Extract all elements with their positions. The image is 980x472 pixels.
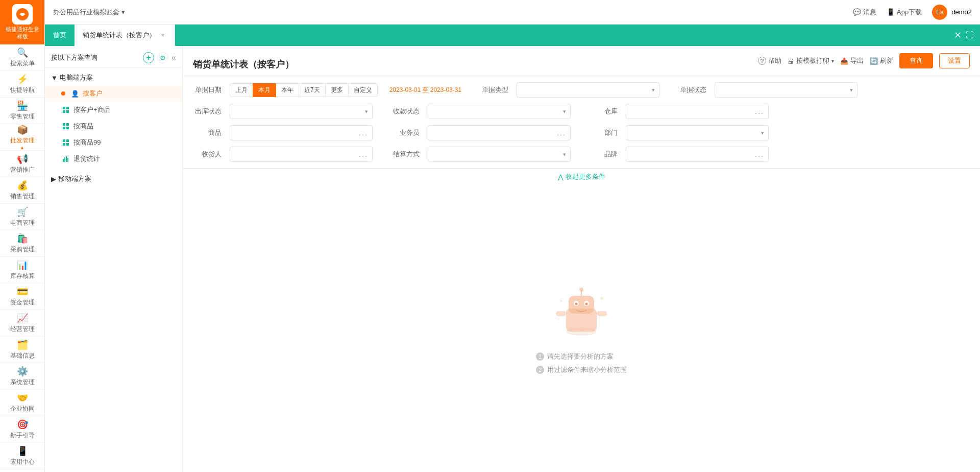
sidebar-item-label: 搜索菜单	[10, 59, 35, 68]
staff-input[interactable]: ...	[428, 125, 571, 140]
filter-row-1: 单据日期 上月 本月 本年 近7天 更多 自定义 2023-03-01 至 20…	[193, 82, 970, 98]
scheme-item-by-product[interactable]: 按商品	[45, 118, 182, 134]
sidebar-item-newbie[interactable]: 🎯 新手引导	[0, 416, 44, 443]
sidebar-item-system[interactable]: ⚙️ 系统管理	[0, 363, 44, 390]
user-area[interactable]: Ea demo2	[932, 5, 972, 20]
wholesale-icon: 📦	[17, 124, 28, 135]
sidebar-item-label: 应用中心	[10, 458, 35, 466]
date-label: 单据日期	[193, 85, 222, 95]
sidebar-item-search[interactable]: 🔍 搜索菜单	[0, 44, 44, 71]
sidebar-item-quicknav[interactable]: ⚡ 快捷导航	[0, 71, 44, 98]
sidebar-item-label: 系统管理	[10, 378, 35, 387]
receiver-label: 收货人	[193, 150, 222, 159]
sidebar-item-label: 新手引导	[10, 431, 35, 440]
add-scheme-btn[interactable]: +	[143, 52, 154, 63]
tab-close-btn[interactable]: ×	[159, 31, 167, 39]
sidebar-item-label: 采购管理	[10, 245, 35, 254]
customer-product-icon	[61, 105, 70, 114]
tabs-bar: 首页 销货单统计表（按客户） × ✕ ⛶	[45, 25, 980, 46]
brand-label: 品牌	[589, 150, 618, 159]
empty-illustration	[551, 280, 612, 342]
refresh-btn[interactable]: 🔄 刷新	[870, 56, 893, 65]
message-btn[interactable]: 💬 消息	[853, 8, 876, 17]
last7-btn[interactable]: 近7天	[299, 83, 326, 97]
sidebar-item-enterprise[interactable]: 🤝 企业协同	[0, 390, 44, 416]
app-title-dropdown[interactable]: 办公用品行业模拟账套 ▾	[53, 8, 125, 17]
collapse-up-icon: ⋀	[558, 173, 564, 181]
logo-text: 畅捷通好生意 标版	[6, 26, 39, 40]
scheme-item-by-customer[interactable]: 👤 按客户	[45, 85, 182, 102]
search-icon: 🔍	[17, 47, 28, 58]
settings-scheme-btn[interactable]: ⚙	[157, 52, 168, 63]
sidebar-item-apps[interactable]: 📱 应用中心	[0, 443, 44, 469]
sidebar-item-wechat[interactable]: 💬 企业微信	[0, 469, 44, 472]
collapse-panel-btn[interactable]: «	[172, 53, 176, 62]
brand-input[interactable]: ...	[626, 147, 769, 162]
this-year-btn[interactable]: 本年	[276, 83, 299, 97]
tip-num-1: 1	[536, 352, 544, 361]
type-dropdown-icon: ▾	[652, 87, 655, 93]
type-input[interactable]: ▾	[517, 82, 659, 98]
template-print-btn[interactable]: 🖨 按模板打印 ▾	[788, 56, 834, 65]
scheme-group-desktop: ▼ 电脑端方案 👤 按客户 按客户+商品	[45, 68, 182, 169]
out-status-input[interactable]: ▾	[230, 104, 373, 119]
mobile-group-header[interactable]: ▶ 移动端方案	[45, 171, 182, 186]
scheme-item-by-product-99[interactable]: 按商品99	[45, 134, 182, 151]
query-button[interactable]: 查询	[899, 53, 933, 68]
newbie-icon: 🎯	[17, 419, 28, 430]
sidebar-item-inventory[interactable]: 📊 库存核算	[0, 257, 44, 284]
sidebar-item-label: 营销推广	[10, 166, 35, 174]
active-dot	[61, 91, 65, 96]
tab-sales-stat[interactable]: 销货单统计表（按客户） ×	[75, 25, 175, 46]
more-btn[interactable]: 更多	[325, 83, 349, 97]
svg-rect-6	[63, 123, 65, 126]
close-window-btn[interactable]: ✕	[954, 30, 962, 41]
scheme-item-label: 按商品	[74, 122, 93, 131]
scheme-item-label: 按客户+商品	[74, 105, 111, 114]
content-area: 按以下方案查询 + ⚙ « ▼ 电脑端方案 👤 按客户	[45, 46, 980, 472]
collapse-conditions-btn[interactable]: ⋀ 收起更多条件	[183, 169, 980, 184]
receiver-input[interactable]: ...	[230, 147, 373, 162]
sidebar-item-purchase[interactable]: 🛍️ 采购管理	[0, 230, 44, 257]
sidebar-item-ecommerce[interactable]: 🛒 电商管理	[0, 204, 44, 230]
scheme-item-by-return[interactable]: 退货统计	[45, 151, 182, 167]
status-input[interactable]: ▾	[715, 82, 857, 98]
tab-home[interactable]: 首页	[45, 25, 75, 46]
svg-rect-10	[63, 139, 65, 142]
scheme-item-label: 退货统计	[74, 154, 100, 163]
sidebar: 畅捷通好生意 标版 🔍 搜索菜单 ⚡ 快捷导航 🏪 零售管理 📦 批发管理 ▲ …	[0, 0, 45, 472]
maximize-window-btn[interactable]: ⛶	[966, 31, 974, 40]
receipt-status-input[interactable]: ▾	[428, 104, 571, 119]
sidebar-item-basic[interactable]: 🗂️ 基础信息	[0, 337, 44, 363]
warehouse-label: 仓库	[589, 107, 618, 116]
svg-rect-11	[66, 139, 69, 142]
svg-point-1	[21, 13, 24, 16]
sidebar-item-retail[interactable]: 🏪 零售管理	[0, 98, 44, 124]
custom-btn[interactable]: 自定义	[348, 83, 378, 97]
empty-tip-1: 1 请先选择要分析的方案	[536, 350, 627, 363]
sidebar-item-wholesale[interactable]: 📦 批发管理 ▲	[0, 124, 44, 151]
logo[interactable]: 畅捷通好生意 标版	[0, 0, 45, 44]
sidebar-item-marketing[interactable]: 📢 营销推广	[0, 151, 44, 177]
settings-button[interactable]: 设置	[939, 53, 970, 68]
dept-input[interactable]: ▾	[626, 125, 769, 140]
svg-rect-5	[66, 110, 69, 113]
app-download-btn[interactable]: 📱 App下载	[887, 8, 922, 17]
svg-rect-9	[66, 127, 69, 129]
scheme-item-by-customer-product[interactable]: 按客户+商品	[45, 102, 182, 118]
desktop-group-header[interactable]: ▼ 电脑端方案	[45, 70, 182, 85]
help-btn[interactable]: ? 帮助	[758, 56, 781, 65]
export-btn[interactable]: 📤 导出	[840, 56, 864, 65]
last-month-btn[interactable]: 上月	[230, 83, 253, 97]
sidebar-item-finance[interactable]: 💳 资金管理	[0, 284, 44, 310]
product-input[interactable]: ...	[230, 125, 373, 140]
warehouse-input[interactable]: ...	[626, 104, 769, 119]
sales-icon: 💰	[17, 180, 28, 191]
sidebar-item-label: 企业协同	[10, 405, 35, 413]
sales-stat-tab-label: 销货单统计表（按客户）	[83, 31, 156, 40]
settlement-input[interactable]: ▾	[428, 147, 571, 162]
this-month-btn[interactable]: 本月	[253, 83, 276, 97]
return-stat-icon	[61, 154, 70, 163]
sidebar-item-operation[interactable]: 📈 经营管理	[0, 310, 44, 337]
sidebar-item-sales[interactable]: 💰 销售管理	[0, 177, 44, 204]
